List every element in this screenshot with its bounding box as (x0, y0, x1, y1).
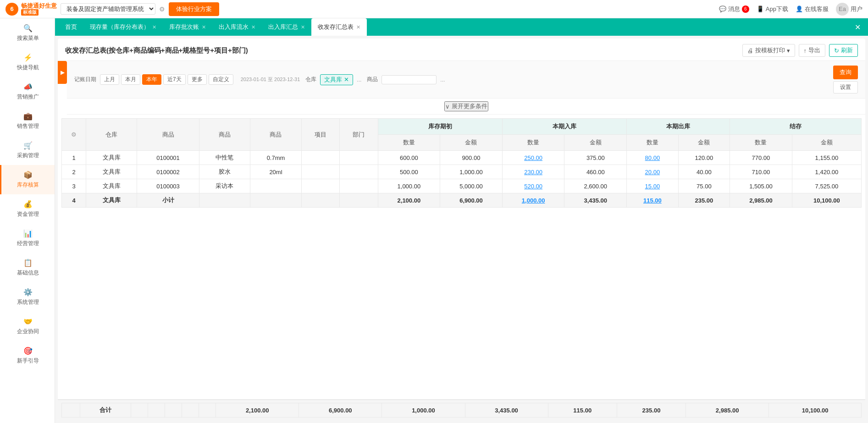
goods-more-btn[interactable]: ... (440, 77, 445, 83)
user-area[interactable]: Ea 用户 (836, 3, 862, 16)
sidebar-item-enterprise[interactable]: 🤝 企业协同 (0, 312, 55, 341)
sidebar-label-basic-info: 基础信息 (17, 269, 39, 277)
goods-search-input[interactable] (386, 77, 422, 83)
row1-out-qty: 80.00 (627, 151, 679, 165)
total-out-amt: 235.00 (617, 403, 686, 418)
sidebar-item-operations[interactable]: 📊 经营管理 (0, 224, 55, 253)
date-btn-7days[interactable]: 近7天 (163, 74, 186, 85)
date-btn-more[interactable]: 更多 (188, 74, 207, 85)
col-in-group: 本期入库 (502, 119, 626, 135)
tab-batch-ledger-close[interactable]: ✕ (202, 24, 206, 30)
sidebar-item-inventory[interactable]: 📦 库存核算 (0, 165, 55, 194)
tab-receive-send-summary-close[interactable]: ✕ (356, 24, 360, 30)
row1-opening-amt: 900.00 (440, 151, 503, 165)
sidebar-item-purchase[interactable]: 🛒 采购管理 (0, 136, 55, 165)
logo-area: 6 畅捷通好生意 标准版 (6, 2, 57, 16)
warehouse-filter-label: 仓库 (305, 76, 316, 83)
col-balance-amt-header: 金额 (792, 135, 861, 151)
tab-stock-dist[interactable]: 现存量（库存分布表） ✕ (83, 18, 163, 36)
row1-balance-amt: 1,155.00 (792, 151, 861, 165)
tab-stock-dist-label: 现存量（库存分布表） (90, 23, 149, 31)
tab-batch-ledger[interactable]: 库存批次账 ✕ (163, 18, 212, 36)
refresh-icon: ↻ (834, 47, 839, 54)
table-row: 3 文具库 0100003 采访本 1,000.00 5,000.00 520.… (62, 179, 862, 193)
tab-in-out-summary-close[interactable]: ✕ (301, 24, 305, 30)
sidebar-label-quick-nav: 快捷导航 (17, 64, 39, 71)
row3-warehouse: 文具库 (86, 179, 137, 193)
query-button[interactable]: 查询 (833, 66, 858, 79)
tab-in-out-flow-close[interactable]: ✕ (251, 24, 255, 30)
sidebar-item-marketing[interactable]: 📣 营销推广 (0, 77, 55, 106)
system-settings-icon[interactable]: ⚙ (159, 5, 165, 13)
top-bar: 6 畅捷通好生意 标准版 装备及固定资产辅助管理系统 ⚙ 体验行业方案 💬 消息… (0, 0, 868, 18)
date-btn-custom[interactable]: 自定义 (209, 74, 233, 85)
tab-bar-close-btn[interactable]: ✕ (851, 23, 864, 32)
sidebar-label-sales: 销售管理 (17, 122, 39, 130)
sidebar-item-finance[interactable]: 💰 资金管理 (0, 194, 55, 224)
tab-in-out-summary[interactable]: 出入库汇总 ✕ (262, 18, 311, 36)
basic-info-icon: 📋 (23, 258, 33, 267)
total-bar: 合计 2,100.00 6,900.00 1,000.00 3,435.00 1… (58, 399, 865, 420)
export-button[interactable]: ↑ 导出 (799, 44, 826, 57)
sidebar-item-newbie[interactable]: 🎯 新手引导 (0, 341, 55, 370)
message-label: 消息 (728, 5, 740, 13)
subtotal-empty4 (340, 193, 378, 208)
online-service-btn[interactable]: 👤 在线客服 (796, 5, 829, 13)
row3-seq: 3 (62, 179, 86, 193)
sidebar-item-system[interactable]: ⚙️ 系统管理 (0, 282, 55, 312)
date-btn-this-year[interactable]: 本年 (142, 74, 161, 85)
row3-goods-name: 采访本 (199, 179, 250, 193)
col-opening-qty-header: 数量 (378, 135, 440, 151)
user-avatar: Ea (836, 3, 849, 16)
tab-in-out-summary-label: 出入库汇总 (268, 23, 298, 31)
message-btn[interactable]: 💬 消息 6 (719, 5, 749, 13)
total-table: 合计 2,100.00 6,900.00 1,000.00 3,435.00 1… (61, 403, 862, 418)
date-btn-last-month[interactable]: 上月 (100, 74, 119, 85)
settings-icon[interactable]: ⚙ (71, 131, 77, 138)
app-download-btn[interactable]: 📱 App下载 (757, 5, 788, 13)
system-select[interactable]: 装备及固定资产辅助管理系统 (61, 3, 155, 15)
sidebar-item-sales[interactable]: 💼 销售管理 (0, 106, 55, 136)
row2-out-qty: 20.00 (627, 165, 679, 179)
row2-project (302, 165, 340, 179)
subtotal-out-amt: 235.00 (678, 193, 730, 208)
app-download-label: App下载 (766, 5, 788, 13)
warehouse-tag-remove[interactable]: ✕ (344, 76, 349, 83)
subtotal-row: 4 文具库 小计 2,100.00 6,900.00 1,000.00 3,43… (62, 193, 862, 208)
sidebar-item-search[interactable]: 🔍 搜索菜单 (0, 18, 55, 48)
filter-toggle-btn[interactable]: ▶ (58, 61, 67, 84)
row1-in-qty: 250.00 (502, 151, 564, 165)
date-btn-this-month[interactable]: 本月 (121, 74, 140, 85)
expand-filter-btn[interactable]: ∨ 展开更多条件 (444, 101, 488, 111)
tab-home-label: 首页 (65, 23, 77, 31)
row2-seq: 2 (62, 165, 86, 179)
quick-nav-icon: ⚡ (23, 53, 33, 62)
sidebar-item-quick-nav[interactable]: ⚡ 快捷导航 (0, 48, 55, 77)
expand-filter-bar: ∨ 展开更多条件 (67, 99, 865, 115)
content-area: 首页 现存量（库存分布表） ✕ 库存批次账 ✕ 出入库流水 ✕ 出入库汇总 ✕ … (55, 18, 868, 423)
refresh-button[interactable]: ↻ 刷新 (829, 44, 858, 57)
sidebar-label-enterprise: 企业协同 (17, 328, 39, 335)
user-label: 用户 (851, 5, 862, 13)
tab-home[interactable]: 首页 (59, 18, 83, 36)
service-icon: 👤 (796, 5, 803, 12)
subtotal-opening-amt: 6,900.00 (440, 193, 503, 208)
row1-in-amt: 375.00 (564, 151, 627, 165)
subtotal-empty3 (302, 193, 340, 208)
row2-balance-amt: 1,420.00 (792, 165, 861, 179)
total-empty3 (148, 403, 165, 418)
goods-filter-label: 商品 (367, 76, 378, 83)
tab-in-out-flow[interactable]: 出入库流水 ✕ (212, 18, 262, 36)
system-icon: ⚙️ (23, 288, 33, 297)
col-balance-group: 结存 (730, 119, 862, 135)
total-empty5 (182, 403, 199, 418)
tab-stock-dist-close[interactable]: ✕ (152, 24, 156, 30)
set-button[interactable]: 设置 (833, 81, 858, 93)
warehouse-more-btn[interactable]: ... (357, 77, 361, 83)
goods-filter-input[interactable] (381, 75, 437, 84)
tab-receive-send-summary[interactable]: 收发存汇总表 ✕ (311, 18, 367, 36)
trial-button[interactable]: 体验行业方案 (169, 2, 219, 16)
col-project-header: 项目 (302, 119, 340, 151)
sidebar-item-basic-info[interactable]: 📋 基础信息 (0, 253, 55, 282)
print-button[interactable]: 🖨 按模板打印 ▾ (742, 44, 795, 57)
